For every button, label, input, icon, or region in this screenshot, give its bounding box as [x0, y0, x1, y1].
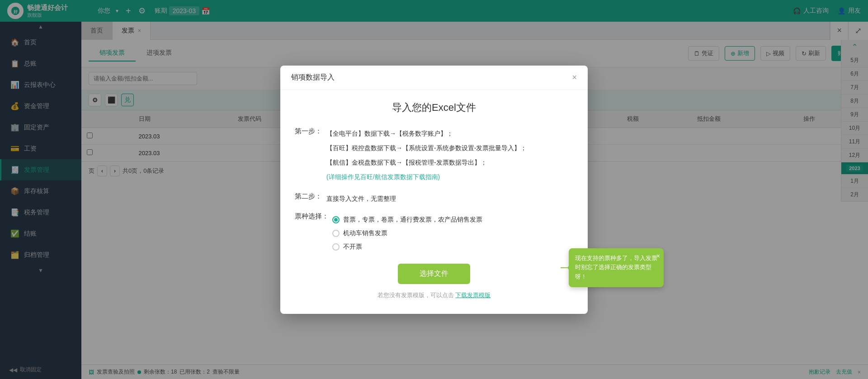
modal-title: 销项数据导入: [291, 73, 335, 82]
radio-motor-label: 机动车销售发票: [343, 229, 387, 237]
radio-general-label: 普票，专票，卷票，通行费发票，农产品销售发票: [343, 216, 482, 224]
select-file-btn[interactable]: 选择文件: [398, 264, 470, 284]
step1-line3: 【航信】金税盘数据下载→【报税管理-发票数据导出】；: [326, 156, 573, 169]
modal-body: 导入您的Excel文件 第一步： 【全电平台】数据下载→【税务数字账户】； 【百…: [280, 90, 588, 314]
modal-overlay: 销项数据导入 × 导入您的Excel文件 第一步： 【全电平台】数据下载→【税务…: [0, 0, 868, 379]
footer-text: 若您没有发票模版，可以点击: [377, 292, 454, 298]
step1-row: 第一步： 【全电平台】数据下载→【税务数字账户】； 【百旺】税控盘数据下载→【系…: [295, 127, 573, 185]
tooltip-connector: [561, 265, 572, 270]
radio-motor[interactable]: 机动车销售发票: [332, 229, 482, 237]
step1-link-row: (详细操作见百旺/航信发票数据下载指南): [326, 171, 573, 183]
step2-row: 第二步： 直接导入文件，无需整理: [295, 192, 573, 205]
radio-none-label: 不开票: [343, 243, 362, 251]
radio-general[interactable]: 普票，专票，卷票，通行费发票，农产品销售发票: [332, 216, 482, 224]
radio-general-circle: [332, 216, 340, 223]
radio-general-dot: [334, 218, 338, 222]
radio-none-circle: [332, 243, 340, 251]
detail-guide-link[interactable]: (详细操作见百旺/航信发票数据下载指南): [326, 173, 440, 180]
ticket-type-row: 票种选择： 普票，专票，卷票，通行费发票，农产品销售发票 机动车销售发票: [295, 212, 573, 251]
radio-none[interactable]: 不开票: [332, 243, 482, 251]
step1-label: 第一步：: [295, 127, 326, 185]
step2-label: 第二步：: [295, 192, 326, 205]
radio-group: 普票，专票，卷票，通行费发票，农产品销售发票 机动车销售发票 不开票: [332, 216, 482, 251]
step1-content: 【全电平台】数据下载→【税务数字账户】； 【百旺】税控盘数据下载→【系统设置-系…: [326, 127, 573, 185]
step1-line1: 【全电平台】数据下载→【税务数字账户】；: [326, 127, 573, 140]
ticket-type-label: 票种选择：: [295, 212, 332, 221]
tooltip-close-btn[interactable]: ×: [656, 251, 660, 261]
tooltip-text: 现在支持的票种多了，导入发票时别忘了选择正确的发票类型呀！: [575, 255, 657, 280]
modal-header: 销项数据导入 ×: [280, 66, 588, 90]
modal-footer: 若您没有发票模版，可以点击 下载发票模版: [295, 291, 573, 299]
step2-content: 直接导入文件，无需整理: [326, 192, 573, 205]
modal-main-title: 导入您的Excel文件: [295, 101, 573, 114]
import-modal: 销项数据导入 × 导入您的Excel文件 第一步： 【全电平台】数据下载→【税务…: [280, 66, 588, 314]
radio-motor-circle: [332, 230, 340, 237]
ticket-tooltip: × 现在支持的票种多了，导入发票时别忘了选择正确的发票类型呀！: [569, 248, 664, 287]
download-template-link[interactable]: 下载发票模版: [455, 292, 491, 298]
step1-line2: 【百旺】税控盘数据下载→【系统设置-系统参数设置-发票批量导入】；: [326, 142, 573, 154]
modal-close-btn[interactable]: ×: [572, 73, 577, 82]
